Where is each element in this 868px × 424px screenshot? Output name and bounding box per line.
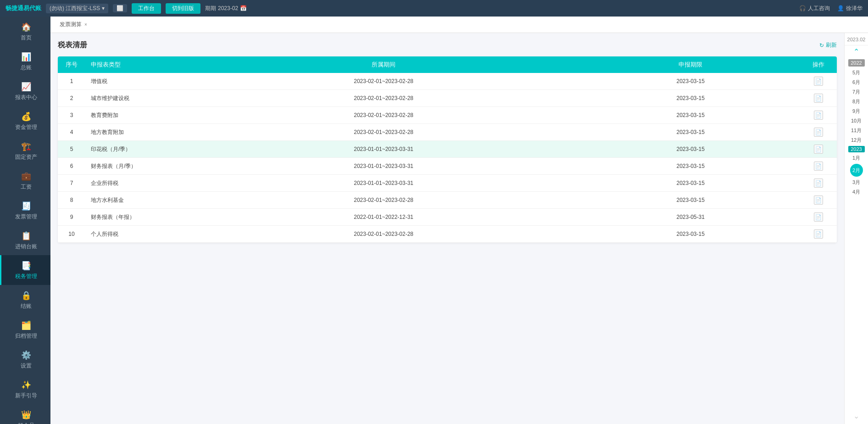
action-icon-4[interactable]: 📄	[814, 128, 823, 137]
cell-period: 2023-02-01~2023-02-28	[186, 124, 581, 141]
sidebar-item-purchase-sales[interactable]: 📋进销台账	[0, 225, 50, 255]
rp-month-2022-12月[interactable]: 12月	[848, 135, 865, 145]
scroll-up-icon[interactable]: ⌃	[851, 45, 861, 58]
rp-month-2023-3月[interactable]: 3月	[848, 178, 865, 187]
cell-period: 2023-02-01~2023-02-28	[186, 192, 581, 209]
action-icon-2[interactable]: 📄	[814, 94, 823, 103]
action-icon-6[interactable]: 📄	[814, 162, 823, 171]
sidebar-item-label: 发票管理	[15, 213, 37, 221]
calendar-icon[interactable]: 📅	[240, 5, 247, 11]
tax-mgmt-icon: 📑	[21, 261, 31, 271]
action-icon-10[interactable]: 📄	[814, 229, 823, 239]
sidebar-item-label: 固定资产	[15, 153, 37, 161]
action-icon-9[interactable]: 📄	[814, 212, 823, 222]
purchase-sales-icon: 📋	[21, 231, 31, 241]
sidebar-item-settings[interactable]: ⚙️设置	[0, 345, 50, 374]
action-icon-8[interactable]: 📄	[814, 195, 823, 205]
sidebar-item-tax-mgmt[interactable]: 📑税务管理	[0, 255, 50, 285]
cell-action: 📄	[800, 90, 837, 107]
sidebar-item-invoice-mgmt[interactable]: 🧾发票管理	[0, 195, 50, 225]
copy-icon-btn[interactable]: ⬜	[113, 4, 127, 12]
rp-month-2022-9月[interactable]: 9月	[848, 106, 865, 116]
action-icon-1[interactable]: 📄	[814, 77, 823, 86]
cell-deadline: 2023-05-31	[581, 209, 800, 226]
cell-deadline: 2023-03-15	[581, 73, 800, 90]
cell-type: 印花税（月/季）	[85, 141, 186, 158]
action-icon-5[interactable]: 📄	[814, 145, 823, 154]
tab-invoice-calc[interactable]: 发票测算×	[54, 18, 104, 31]
cell-period: 2022-01-01~2022-12-31	[186, 209, 581, 226]
cell-period: 2023-02-01~2023-02-28	[186, 107, 581, 124]
rp-month-2022-6月[interactable]: 6月	[848, 78, 865, 87]
rp-year-active[interactable]: 2023	[848, 146, 865, 152]
cell-period: 2023-01-01~2023-03-31	[186, 175, 581, 192]
main-content: 税表清册 ↻ 刷新 序号 申报表类型 所属期间 申报期限 操作	[50, 33, 844, 424]
tax-table: 序号 申报表类型 所属期间 申报期限 操作 1 增值税 2023-02-01~2…	[58, 56, 837, 243]
cell-deadline: 2023-03-15	[581, 158, 800, 175]
sidebar-item-vip[interactable]: 👑畅会员	[0, 404, 50, 424]
sidebar-item-label: 工资	[21, 183, 32, 191]
sidebar-item-fixed-asset[interactable]: 🏗️固定资产	[0, 136, 50, 166]
sidebar-item-ledger[interactable]: 📊总账	[0, 46, 50, 76]
col-header-type: 申报表类型	[85, 56, 186, 73]
switch-old-button[interactable]: 切到旧版	[166, 3, 200, 14]
top-bar-right: 🎧 人工咨询 👤 徐泽华	[799, 5, 862, 12]
col-header-action: 操作	[800, 56, 837, 73]
rp-month-2022-10月[interactable]: 10月	[848, 116, 865, 126]
refresh-button[interactable]: ↻ 刷新	[819, 41, 837, 49]
sidebar-item-closing[interactable]: 🔒结账	[0, 285, 50, 315]
cell-no: 5	[58, 141, 85, 158]
sidebar-item-home[interactable]: 🏠首页	[0, 17, 50, 46]
rp-month-2022-11月[interactable]: 11月	[848, 126, 865, 135]
rp-year-2022[interactable]: 2022	[848, 59, 865, 67]
tab-close-invoice-calc[interactable]: ×	[84, 22, 87, 27]
rp-month-2022-8月[interactable]: 8月	[848, 97, 865, 106]
cell-type: 增值税	[85, 73, 186, 90]
rp-month-2023-2月[interactable]: 2月	[850, 164, 863, 177]
action-icon-3[interactable]: 📄	[814, 111, 823, 120]
cell-action: 📄	[800, 124, 837, 141]
user-menu[interactable]: 👤 徐泽华	[837, 5, 862, 12]
rp-month-2022-7月[interactable]: 7月	[848, 87, 865, 97]
rp-month-2022-5月[interactable]: 5月	[848, 68, 865, 78]
human-consult-btn[interactable]: 🎧 人工咨询	[799, 5, 830, 12]
report-icon: 📈	[21, 82, 31, 92]
tab-invoice[interactable]: 发票×	[54, 17, 104, 18]
settings-icon: ⚙️	[21, 350, 31, 360]
sidebar-item-asset-mgmt[interactable]: 💰资金管理	[0, 106, 50, 136]
fixed-asset-icon: 🏗️	[21, 141, 31, 151]
scroll-down-icon[interactable]: ⌄	[851, 410, 861, 422]
workspace-button[interactable]: 工作台	[132, 3, 161, 14]
cell-no: 6	[58, 158, 85, 175]
page-header: 税表清册 ↻ 刷新	[58, 40, 837, 50]
sidebar-item-label: 首页	[21, 34, 32, 42]
user-name: 徐泽华	[846, 5, 862, 12]
cell-type: 地方教育附加	[85, 124, 186, 141]
cell-deadline: 2023-03-15	[581, 226, 800, 243]
cell-period: 2023-02-01~2023-02-28	[186, 73, 581, 90]
period-value: 2023-02	[218, 5, 238, 11]
action-icon-7[interactable]: 📄	[814, 179, 823, 188]
table-row: 1 增值税 2023-02-01~2023-02-28 2023-03-15 📄	[58, 73, 837, 90]
cell-action: 📄	[800, 209, 837, 226]
sidebar-item-guide[interactable]: ✨新手引导	[0, 374, 50, 404]
table-row: 9 财务报表（年报） 2022-01-01~2022-12-31 2023-05…	[58, 209, 837, 226]
cell-deadline: 2023-03-15	[581, 107, 800, 124]
company-selector[interactable]: (勿动) 江西报宝-LSS ▾	[46, 4, 108, 13]
page-title: 税表清册	[58, 40, 87, 50]
sidebar-item-report[interactable]: 📈报表中心	[0, 76, 50, 106]
table-row: 4 地方教育附加 2023-02-01~2023-02-28 2023-03-1…	[58, 124, 837, 141]
rp-month-2023-4月[interactable]: 4月	[848, 187, 865, 197]
cell-action: 📄	[800, 73, 837, 90]
col-header-deadline: 申报期限	[581, 56, 800, 73]
sidebar-item-archive[interactable]: 🗂️归档管理	[0, 315, 50, 345]
rp-month-2023-1月[interactable]: 1月	[848, 153, 865, 163]
sidebar-item-label: 总账	[21, 64, 32, 72]
cell-no: 9	[58, 209, 85, 226]
cell-type: 财务报表（年报）	[85, 209, 186, 226]
cell-no: 3	[58, 107, 85, 124]
sidebar-item-label: 结账	[21, 302, 32, 310]
sidebar-item-salary[interactable]: 💼工资	[0, 166, 50, 195]
ledger-icon: 📊	[21, 52, 31, 62]
cell-no: 7	[58, 175, 85, 192]
